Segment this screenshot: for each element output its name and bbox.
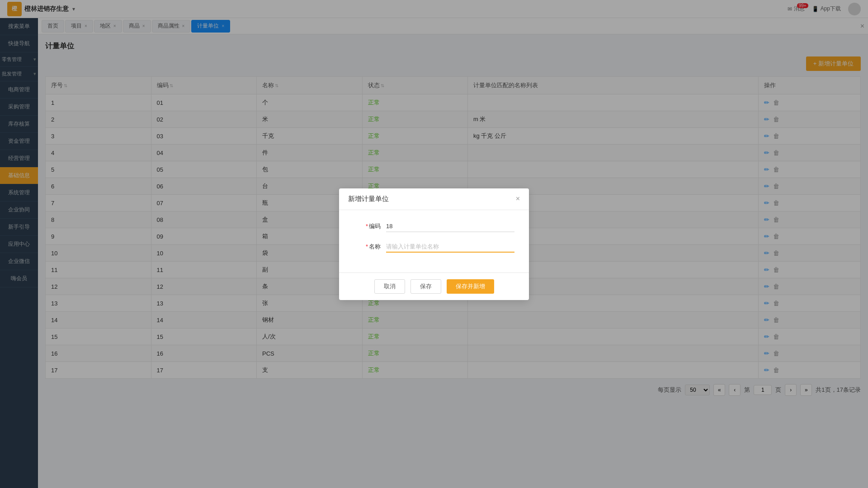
cancel-button[interactable]: 取消 [374, 279, 405, 294]
save-and-add-button[interactable]: 保存并新增 [447, 279, 494, 294]
name-input[interactable] [386, 241, 514, 253]
name-form-row: 名称 [354, 241, 514, 253]
code-form-row: 编码 [354, 221, 514, 232]
code-label: 编码 [354, 222, 381, 230]
modal-footer: 取消 保存 保存并新增 [339, 272, 529, 300]
modal-close-button[interactable]: × [516, 195, 520, 203]
modal-overlay[interactable]: 新增计量单位 × 编码 名称 取消 保存 保存并新增 [0, 0, 868, 488]
modal-title: 新增计量单位 [348, 195, 389, 203]
modal-body: 编码 名称 [339, 210, 529, 272]
save-button[interactable]: 保存 [410, 279, 441, 294]
modal-header: 新增计量单位 × [339, 188, 529, 210]
name-label: 名称 [354, 243, 381, 251]
code-input[interactable] [386, 221, 514, 232]
add-unit-modal: 新增计量单位 × 编码 名称 取消 保存 保存并新增 [339, 188, 529, 300]
